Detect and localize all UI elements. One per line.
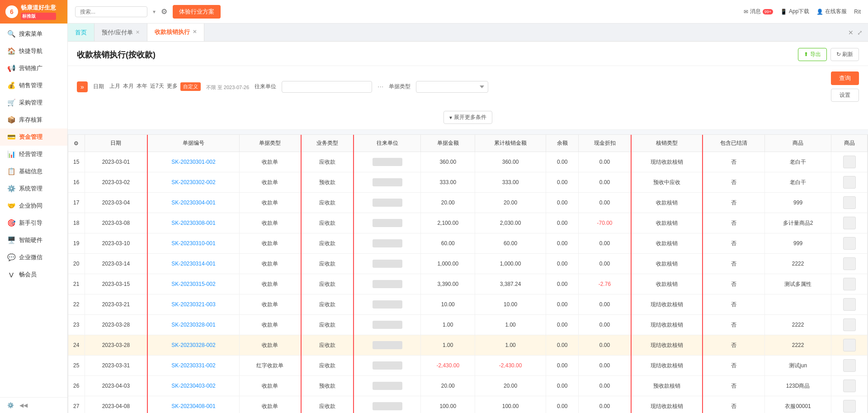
sidebar-item-finance[interactable]: 💳 资金管理 — [0, 128, 67, 146]
cell-voucher-no[interactable]: SK-20230408-001 — [147, 396, 239, 413]
message-label: 消息 — [750, 8, 761, 15]
cell-voucher-no[interactable]: SK-20230310-001 — [147, 233, 239, 254]
cell-voucher-no[interactable]: SK-20230315-002 — [147, 274, 239, 294]
filter-custom-button[interactable]: 自定义 — [180, 82, 201, 91]
filter-date-label: 日期 — [93, 83, 104, 90]
sidebar-item-purchase[interactable]: 🛒 采购管理 — [0, 94, 67, 111]
sidebar-item-guide[interactable]: 🎯 新手引导 — [0, 214, 67, 232]
online-service-button[interactable]: 👤 在线客服 — [816, 8, 847, 15]
search-input[interactable] — [75, 6, 147, 17]
voucher-no-link[interactable]: SK-20230314-001 — [171, 261, 215, 267]
cell-voucher-no[interactable]: SK-20230331-002 — [147, 356, 239, 376]
filter-this-year[interactable]: 本年 — [137, 82, 147, 91]
filter-this-month[interactable]: 本月 — [123, 82, 134, 91]
app-subtitle: 标推版 — [21, 13, 56, 20]
cell-voucher-type: 收款单 — [239, 335, 301, 356]
filter-voucher-type-select[interactable] — [416, 81, 488, 93]
th-settings[interactable]: ⚙ — [68, 135, 85, 152]
sidebar-item-marketing[interactable]: 📢 营销推广 — [0, 60, 67, 77]
voucher-no-link[interactable]: SK-20230321-003 — [171, 301, 215, 308]
cell-date: 2023-03-15 — [85, 274, 147, 294]
cell-no: 19 — [68, 233, 85, 254]
message-button[interactable]: ✉ 消息 99+ — [744, 8, 773, 15]
voucher-no-link[interactable]: SK-20230408-001 — [171, 403, 215, 409]
voucher-no-link[interactable]: SK-20230328-002 — [171, 342, 215, 348]
app-download-button[interactable]: 📱 App下载 — [780, 8, 809, 15]
cell-product2 — [831, 376, 868, 396]
table-row: 182023-03-08SK-20230308-001收款单应收款 2,100.… — [68, 213, 868, 233]
voucher-no-link[interactable]: SK-20230331-002 — [171, 362, 215, 369]
cell-voucher-no[interactable]: SK-20230328-001 — [147, 315, 239, 335]
voucher-no-link[interactable]: SK-20230310-001 — [171, 240, 215, 247]
cell-voucher-no[interactable]: SK-20230321-003 — [147, 294, 239, 315]
sidebar-item-system[interactable]: ⚙️ 系统管理 — [0, 180, 67, 197]
voucher-no-link[interactable]: SK-20230302-002 — [171, 179, 215, 185]
collapse-icon[interactable]: ◀◀ — [19, 402, 28, 408]
user-name[interactable]: Rit — [854, 9, 861, 15]
topbar-gear-icon[interactable]: ⚙ — [161, 7, 167, 16]
tab-payable[interactable]: 预付/应付单 ✕ — [94, 24, 147, 42]
filter-more[interactable]: 更多 — [167, 82, 178, 91]
cell-amount: 20.00 — [421, 376, 475, 396]
message-icon: ✉ — [744, 9, 748, 15]
cell-voucher-no[interactable]: SK-20230308-001 — [147, 213, 239, 233]
refresh-button[interactable]: ↻ 刷新 — [830, 48, 859, 61]
cell-voucher-no[interactable]: SK-20230314-001 — [147, 254, 239, 274]
cell-no: 26 — [68, 376, 85, 396]
cell-voucher-no[interactable]: SK-20230328-002 — [147, 335, 239, 356]
cell-voucher-no[interactable]: SK-20230403-002 — [147, 376, 239, 396]
sidebar-item-sales[interactable]: 💰 销售管理 — [0, 77, 67, 94]
industry-solution-button[interactable]: 体验行业方案 — [173, 5, 221, 19]
cell-date: 2023-03-10 — [85, 233, 147, 254]
filter-more-conditions-button[interactable]: ▾ 展开更多条件 — [443, 111, 492, 124]
column-settings-icon[interactable]: ⚙ — [74, 140, 79, 147]
sidebar-item-inventory[interactable]: 📦 库存核算 — [0, 111, 67, 128]
sidebar-item-operation[interactable]: 📊 经营管理 — [0, 146, 67, 163]
cell-product2 — [831, 335, 868, 356]
cell-include-settled: 否 — [703, 213, 764, 233]
sidebar-menu: 🔍 搜索菜单 🏠 快捷导航 📢 营销推广 💰 销售管理 🛒 采购管理 📦 库存核… — [0, 24, 67, 397]
filter-settings-button[interactable]: 设置 — [831, 89, 859, 102]
tab-payable-close-icon[interactable]: ✕ — [136, 29, 140, 35]
cell-date: 2023-04-08 — [85, 396, 147, 413]
cell-product2 — [831, 193, 868, 213]
cell-voucher-no[interactable]: SK-20230302-002 — [147, 172, 239, 193]
tab-collection[interactable]: 收款核销执行 ✕ — [147, 24, 204, 42]
cell-include-settled: 否 — [703, 294, 764, 315]
sidebar-item-hardware[interactable]: 🖥️ 智能硬件 — [0, 232, 67, 249]
cell-voucher-no[interactable]: SK-20230304-001 — [147, 193, 239, 213]
tab-home[interactable]: 首页 — [68, 24, 94, 42]
tab-collection-close-icon[interactable]: ✕ — [193, 29, 197, 35]
sidebar-item-shortcut[interactable]: 🏠 快捷导航 — [0, 43, 67, 60]
sidebar-item-label: 库存核算 — [19, 116, 42, 124]
sidebar-item-basic[interactable]: 📋 基础信息 — [0, 163, 67, 180]
cell-amount: 100.00 — [421, 396, 475, 413]
settings-icon[interactable]: ⚙️ — [7, 402, 14, 408]
cell-voucher-no[interactable]: SK-20230301-002 — [147, 152, 239, 172]
filter-counterparty-input[interactable] — [282, 81, 372, 93]
voucher-no-link[interactable]: SK-20230315-002 — [171, 281, 215, 287]
export-button[interactable]: ⬆ 导出 — [798, 48, 826, 61]
tab-close-all-button[interactable]: ✕ — [848, 29, 854, 36]
voucher-no-link[interactable]: SK-20230328-001 — [171, 322, 215, 328]
cell-business-type: 应收款 — [301, 193, 354, 213]
filter-date-links: 上月 本月 本年 近7天 更多 自定义 — [109, 82, 201, 91]
voucher-no-link[interactable]: SK-20230403-002 — [171, 383, 215, 389]
sidebar-item-wechat[interactable]: 💬 企业微信 — [0, 249, 67, 266]
tab-collection-label: 收款核销执行 — [155, 28, 190, 36]
filter-7days[interactable]: 近7天 — [150, 82, 164, 91]
filter-query-button[interactable]: 查询 — [831, 71, 859, 85]
voucher-no-link[interactable]: SK-20230304-001 — [171, 199, 215, 206]
cell-amount: 3,390.00 — [421, 274, 475, 294]
voucher-no-link[interactable]: SK-20230308-001 — [171, 220, 215, 226]
sidebar-item-enterprise[interactable]: 🤝 企业协同 — [0, 197, 67, 214]
cell-voucher-type: 收款单 — [239, 152, 301, 172]
filter-expand-button[interactable]: » — [77, 81, 88, 92]
filter-last-month[interactable]: 上月 — [109, 82, 120, 91]
voucher-no-link[interactable]: SK-20230301-002 — [171, 159, 215, 165]
sidebar-item-search[interactable]: 🔍 搜索菜单 — [0, 25, 67, 43]
member-icon: V — [7, 271, 15, 279]
tab-maximize-button[interactable]: ⤢ — [857, 29, 863, 36]
cell-include-settled: 否 — [703, 233, 764, 254]
sidebar-item-member[interactable]: V 畅会员 — [0, 266, 67, 283]
